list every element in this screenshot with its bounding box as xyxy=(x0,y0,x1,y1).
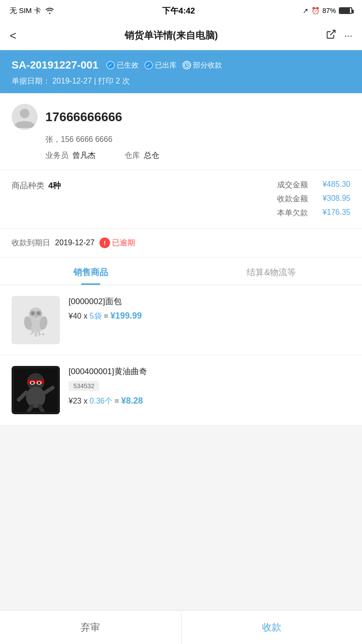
product-info-1: [0000002]面包 ¥40 x 5袋 = ¥199.99 xyxy=(69,296,350,322)
amount-stats: 成交金额 ¥485.30 收款金额 ¥308.95 本单欠款 ¥176.35 xyxy=(277,180,350,218)
bottom-bar: 弃审 收款 xyxy=(0,610,362,644)
more-button[interactable]: ··· xyxy=(344,30,352,41)
nav-bar: < 销货单详情(来自电脑) ··· xyxy=(0,21,362,50)
owed-value: ¥176.35 xyxy=(322,208,350,218)
sales-value: 曾凡杰 xyxy=(72,151,96,161)
clock-icon xyxy=(182,61,191,70)
date-label: 单据日期： xyxy=(12,77,50,85)
order-header-banner: SA-20191227-001 ✓ 已生效 ✓ 已出库 部分收款 xyxy=(0,50,362,93)
customer-name: 张，156 6666 6666 xyxy=(45,135,350,145)
status-badge-partial: 部分收款 xyxy=(182,61,222,70)
avatar xyxy=(12,104,38,130)
battery-icon xyxy=(339,7,352,14)
svg-point-26 xyxy=(38,381,41,384)
price-total-1: ¥199.99 xyxy=(111,311,142,321)
product-type-label: 商品种类 xyxy=(12,180,44,191)
svg-point-11 xyxy=(31,312,34,315)
stats-row: 商品种类 4种 成交金额 ¥485.30 收款金额 ¥308.95 本单欠款 ¥… xyxy=(12,180,350,218)
product-name-2: [000400001]黄油曲奇 xyxy=(69,366,350,377)
product-thumbnail-2 xyxy=(12,366,60,414)
status-partial-label: 部分收款 xyxy=(193,61,222,70)
alarm-icon: ⏰ xyxy=(311,7,320,14)
page-title: 销货单详情(来自电脑) xyxy=(125,29,218,42)
svg-rect-22 xyxy=(28,380,44,384)
product-type-stat: 商品种类 4种 xyxy=(12,180,61,191)
products-section: + 零+ [0000002]面包 ¥40 x 5袋 = ¥199.99 xyxy=(0,285,362,425)
list-item: [000400001]黄油曲奇 534532 ¥23 x 0.36个 = ¥8.… xyxy=(0,355,362,425)
product-info-2: [000400001]黄油曲奇 534532 ¥23 x 0.36个 = ¥8.… xyxy=(69,366,350,406)
owed-label: 本单欠款 xyxy=(277,208,308,218)
check-icon-2: ✓ xyxy=(144,61,153,70)
status-time: 下午4:42 xyxy=(162,5,195,16)
received-line: 收款金额 ¥308.95 xyxy=(277,194,350,204)
customer-meta: 业务员 曾凡杰 仓库 总仓 xyxy=(45,151,350,161)
svg-point-12 xyxy=(37,312,40,315)
cancel-button[interactable]: 弃审 xyxy=(0,611,181,644)
received-label: 收款金额 xyxy=(277,194,308,204)
product-price-2: ¥23 x 0.36个 = ¥8.28 xyxy=(69,396,350,406)
product-name-1: [0000002]面包 xyxy=(69,296,350,307)
print-info: | 打印 2 次 xyxy=(94,77,130,85)
overdue-icon: ! xyxy=(99,238,110,248)
battery-percent: 87% xyxy=(322,7,336,14)
deal-amount-label: 成交金额 xyxy=(277,180,308,190)
status-badge-shipped: ✓ 已出库 xyxy=(144,61,177,70)
status-bar: 无 SIM 卡 下午4:42 ↗ ⏰ 87% xyxy=(0,0,362,21)
product-type-value: 4种 xyxy=(48,180,61,191)
customer-top: 17666666666 xyxy=(12,104,350,130)
product-thumbnail-1: + 零+ xyxy=(12,296,60,344)
status-badge-effective: ✓ 已生效 xyxy=(106,61,139,70)
sales-meta: 业务员 曾凡杰 xyxy=(45,151,96,161)
svg-line-3 xyxy=(187,65,188,66)
sales-label: 业务员 xyxy=(45,151,69,161)
confirm-button[interactable]: 收款 xyxy=(181,611,362,644)
price-unit-2: ¥23 xyxy=(69,397,82,405)
due-date-label: 收款到期日 xyxy=(12,238,50,248)
list-item: + 零+ [0000002]面包 ¥40 x 5袋 = ¥199.99 xyxy=(0,285,362,355)
nav-actions: ··· xyxy=(326,29,352,42)
price-qty-1: 5袋 xyxy=(90,312,102,320)
tab-settlement[interactable]: 结算&物流等 xyxy=(181,258,362,285)
received-value: ¥308.95 xyxy=(322,194,350,204)
svg-text:零+: 零+ xyxy=(34,333,41,337)
warehouse-label: 仓库 xyxy=(125,151,140,161)
status-effective-label: 已生效 xyxy=(117,61,139,70)
overdue-badge: ! 已逾期 xyxy=(99,238,135,248)
wifi-icon xyxy=(45,6,55,15)
warehouse-value: 总仓 xyxy=(144,151,159,161)
product-sku-2: 534532 xyxy=(69,381,99,391)
customer-phone: 17666666666 xyxy=(45,110,122,125)
order-header-top: SA-20191227-001 ✓ 已生效 ✓ 已出库 部分收款 xyxy=(12,59,350,71)
status-shipped-label: 已出库 xyxy=(155,61,177,70)
customer-section: 17666666666 张，156 6666 6666 业务员 曾凡杰 仓库 总… xyxy=(0,93,362,169)
svg-text:+: + xyxy=(42,331,45,338)
deal-amount-value: ¥485.30 xyxy=(322,180,350,190)
back-button[interactable]: < xyxy=(10,29,16,42)
price-unit-1: ¥40 xyxy=(69,312,82,320)
share-button[interactable] xyxy=(326,29,336,42)
stats-section: 商品种类 4种 成交金额 ¥485.30 收款金额 ¥308.95 本单欠款 ¥… xyxy=(0,170,362,228)
status-right: ↗ ⏰ 87% xyxy=(303,7,352,14)
status-left: 无 SIM 卡 xyxy=(10,6,55,15)
order-date: 单据日期： 2019-12-27 | 打印 2 次 xyxy=(12,76,350,86)
tab-products[interactable]: 销售商品 xyxy=(0,258,181,285)
deal-amount-line: 成交金额 ¥485.30 xyxy=(277,180,350,190)
overdue-text: 已逾期 xyxy=(112,238,135,248)
date-value: 2019-12-27 xyxy=(52,77,92,85)
svg-point-27 xyxy=(26,387,45,408)
product-price-1: ¥40 x 5袋 = ¥199.99 xyxy=(69,311,350,322)
due-date-section: 收款到期日 2019-12-27 ! 已逾期 xyxy=(0,229,362,257)
tabs: 销售商品 结算&物流等 xyxy=(0,258,362,285)
svg-line-0 xyxy=(330,30,335,35)
check-icon-1: ✓ xyxy=(106,61,115,70)
svg-point-25 xyxy=(31,381,34,384)
sim-status: 无 SIM 卡 xyxy=(10,6,41,15)
warehouse-meta: 仓库 总仓 xyxy=(125,151,159,161)
owed-line: 本单欠款 ¥176.35 xyxy=(277,208,350,218)
svg-point-5 xyxy=(20,109,29,118)
due-date-value: 2019-12-27 xyxy=(55,238,95,247)
status-badges: ✓ 已生效 ✓ 已出库 部分收款 xyxy=(106,61,222,70)
price-qty-2: 0.36个 xyxy=(90,397,112,405)
location-icon: ↗ xyxy=(303,7,308,14)
order-id: SA-20191227-001 xyxy=(12,59,98,71)
